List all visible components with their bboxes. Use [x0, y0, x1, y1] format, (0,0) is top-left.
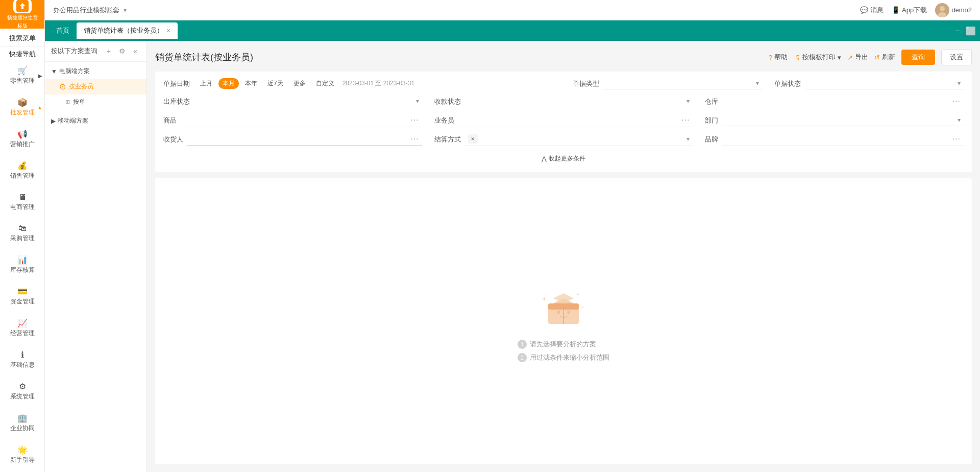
help-btn[interactable]: ? 帮助	[769, 53, 788, 62]
desktop-section-title[interactable]: ▼ 电脑端方案	[45, 64, 146, 79]
salesperson-input[interactable]: ···	[458, 113, 693, 127]
doc-type-arrow: ▾	[756, 80, 759, 87]
left-panel-add-btn[interactable]: +	[104, 46, 114, 56]
sidebar-item-sales[interactable]: 💰 销售管理	[0, 155, 44, 186]
page-actions: ? 帮助 🖨 按模板打印 ▾ ↗ 导出 ↺ 刷新	[769, 49, 972, 65]
delivery-status-filter: 出库状态 ▾	[163, 96, 422, 107]
salesperson-item-label: 按业务员	[69, 82, 93, 91]
left-panel-settings-btn[interactable]: ⚙	[117, 46, 127, 56]
settlement-tag: ×	[468, 134, 478, 144]
marketing-label: 营销推广	[10, 140, 35, 149]
mobile-section: ▶ 移动端方案	[45, 111, 146, 130]
tag-close[interactable]: ×	[471, 135, 475, 143]
hint-text-2: 用过滤条件来缩小分析范围	[530, 353, 609, 362]
hint-num-2: 2	[518, 353, 527, 362]
left-panel-item-order[interactable]: ⊞ 按单	[45, 95, 146, 109]
main-area: 办公用品行业模拟账套 ▾ 💬 消息 📱 App下载 demo2 首页	[45, 0, 980, 472]
export-btn[interactable]: ↗ 导出	[847, 53, 868, 62]
finance-icon: 💳	[17, 287, 28, 296]
retail-arrow: ▶	[38, 73, 42, 79]
mobile-arrow: ▶	[51, 117, 56, 125]
date-range-display: 2023-03-01 至 2023-03-31	[342, 79, 414, 88]
sidebar-item-cooperation[interactable]: 🏢 企业协同	[0, 407, 44, 439]
sidebar-item-wholesale[interactable]: 📦 批发管理 ▲	[0, 91, 44, 123]
sidebar-item-finance[interactable]: 💳 资金管理	[0, 280, 44, 312]
receiver-input[interactable]: ···	[187, 132, 422, 146]
sidebar-item-basic[interactable]: ℹ 基础信息	[0, 344, 44, 375]
date-filter-label: 单据日期	[163, 79, 190, 88]
content-area: 按以下方案查询 + ⚙ « ▼ 电脑端方案 ⊙ 按业务员 ⊞ 按单	[45, 41, 980, 472]
order-item-label: 按单	[73, 98, 85, 106]
goods-label: 商品	[163, 116, 177, 125]
retail-label: 零售管理	[10, 77, 35, 85]
inventory-icon: 📊	[17, 255, 28, 265]
department-dropdown[interactable]: ▾	[722, 114, 964, 126]
salesperson-filter: 业务员 ···	[434, 113, 693, 127]
date-tab-7days[interactable]: 近7天	[263, 78, 287, 89]
basic-label: 基础信息	[10, 361, 35, 369]
desktop-section-label: 电脑端方案	[59, 67, 90, 76]
left-panel-collapse-btn[interactable]: «	[130, 46, 140, 56]
template-print-btn[interactable]: 🖨 按模板打印 ▾	[794, 53, 841, 62]
department-arrow: ▾	[958, 116, 961, 124]
tabbar: 首页 销货单统计表（按业务员） × － ⬜	[45, 20, 980, 41]
doc-status-dropdown[interactable]: ▾	[805, 78, 964, 89]
settlement-input[interactable]: × ▾	[465, 132, 693, 146]
app-download-btn[interactable]: 📱 App下载	[892, 6, 927, 15]
sidebar-item-retail[interactable]: 🛒 零售管理 ▶	[0, 60, 44, 91]
user-profile[interactable]: demo2	[935, 3, 972, 17]
wholesale-icon: 📦	[17, 98, 28, 107]
export-label: 导出	[855, 53, 868, 62]
order-icon: ⊞	[65, 99, 70, 105]
sidebar-item-purchase[interactable]: 🛍 采购管理	[0, 218, 44, 249]
tab-maximize-btn[interactable]: ⬜	[966, 26, 976, 36]
sidebar-item-guide[interactable]: 🌟 新手引导	[0, 439, 44, 470]
page-title-row: 销货单统计表(按业务员) ? 帮助 🖨 按模板打印 ▾ ↗ 导出	[155, 49, 972, 65]
sidebar-item-marketing[interactable]: 📢 营销推广	[0, 123, 44, 155]
topbar-dropdown[interactable]: ▾	[124, 7, 127, 14]
refresh-btn[interactable]: ↺ 刷新	[874, 53, 895, 62]
date-tab-more[interactable]: 更多	[289, 78, 310, 89]
left-panel-item-salesperson[interactable]: ⊙ 按业务员	[45, 79, 146, 95]
sidebar-item-system[interactable]: ⚙ 系统管理	[0, 375, 44, 407]
message-icon: 💬	[860, 6, 868, 14]
settings-button[interactable]: 设置	[941, 49, 972, 65]
filter-row-4: 收货人 ··· 结算方式 × ▾	[163, 132, 964, 146]
delivery-status-dropdown[interactable]: ▾	[194, 96, 422, 107]
settlement-filter: 结算方式 × ▾	[434, 132, 693, 146]
warehouse-dots: ···	[952, 97, 961, 106]
left-panel-actions: + ⚙ «	[104, 46, 140, 56]
brand-input[interactable]: ···	[722, 132, 964, 146]
date-tab-custom[interactable]: 自定义	[312, 78, 338, 89]
app-download-label: App下载	[902, 6, 927, 15]
receiver-label: 收货人	[163, 135, 183, 144]
message-btn[interactable]: 💬 消息	[860, 6, 884, 15]
receipt-status-dropdown[interactable]: ▾	[465, 96, 693, 107]
tab-sales-stat[interactable]: 销货单统计表（按业务员） ×	[77, 22, 178, 39]
finance-label: 资金管理	[10, 297, 35, 306]
sidebar-item-operation[interactable]: 📈 经营管理	[0, 312, 44, 344]
date-tab-last-month[interactable]: 上月	[196, 78, 216, 89]
doc-type-dropdown[interactable]: ▾	[603, 78, 762, 89]
receipt-arrow: ▾	[687, 98, 690, 105]
tab-close-icon[interactable]: ×	[166, 27, 170, 34]
mobile-section-title[interactable]: ▶ 移动端方案	[45, 113, 146, 128]
svg-text:✦: ✦	[581, 306, 584, 309]
goods-input[interactable]: ···	[181, 113, 422, 127]
query-button[interactable]: 查询	[901, 50, 935, 65]
date-tab-this-month[interactable]: 本月	[218, 78, 239, 89]
sidebar-item-ecommerce[interactable]: 🖥 电商管理	[0, 186, 44, 218]
sidebar-search[interactable]: 搜索菜单	[0, 29, 44, 46]
tab-home[interactable]: 首页	[49, 22, 77, 39]
collapse-button[interactable]: ⋀ 收起更多条件	[542, 154, 585, 163]
doc-status-filter: 单据状态 ▾	[774, 78, 964, 89]
ecommerce-icon: 🖥	[18, 193, 27, 202]
quick-nav: 快捷导航	[0, 46, 44, 60]
tab-minimize-btn[interactable]: －	[953, 26, 962, 36]
date-tab-this-year[interactable]: 本年	[241, 78, 261, 89]
warehouse-input[interactable]: ···	[722, 95, 964, 108]
sidebar-item-inventory[interactable]: 📊 库存核算	[0, 249, 44, 280]
empty-state: ✦ ✦ ✦ 1 请先选择要分析的方案 2 用过滤条件来缩小分析范围	[155, 178, 972, 464]
date-tabs: 上月 本月 本年 近7天 更多 自定义	[196, 78, 338, 89]
help-icon: ?	[769, 54, 772, 61]
